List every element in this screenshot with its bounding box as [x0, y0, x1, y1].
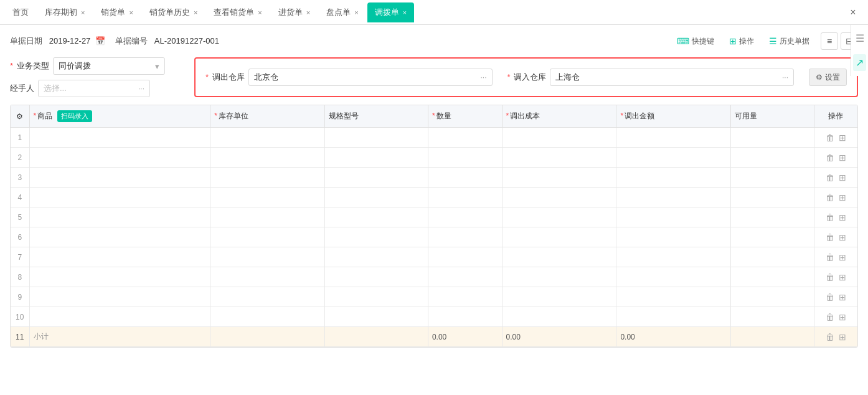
- cell-unit-2[interactable]: [210, 148, 325, 168]
- cell-product-6[interactable]: [29, 227, 210, 247]
- cell-cost-10[interactable]: [502, 307, 616, 327]
- delete-icon-3[interactable]: 🗑: [826, 173, 834, 183]
- cell-product-3[interactable]: [29, 168, 210, 188]
- delete-icon-9[interactable]: 🗑: [826, 292, 834, 302]
- cell-product-2[interactable]: [29, 148, 210, 168]
- copy-icon-9[interactable]: ⊞: [839, 292, 846, 302]
- history-action[interactable]: ☰ 历史单据: [765, 35, 813, 48]
- copy-icon-11[interactable]: ⊞: [839, 332, 846, 342]
- transfer-in-more-icon[interactable]: ···: [782, 73, 788, 82]
- cell-amount-4[interactable]: [616, 188, 731, 207]
- tab-view-sales-close[interactable]: ×: [258, 9, 262, 16]
- tab-transfer-order-close[interactable]: ×: [403, 9, 407, 16]
- tab-purchase-order[interactable]: 进货单 ×: [271, 2, 318, 22]
- cell-spec-1[interactable]: [325, 128, 428, 148]
- delete-icon-2[interactable]: 🗑: [826, 153, 834, 163]
- delete-icon-1[interactable]: 🗑: [826, 133, 834, 143]
- cell-unit-6[interactable]: [210, 227, 325, 247]
- cell-cost-9[interactable]: [502, 287, 616, 307]
- cell-unit-5[interactable]: [210, 207, 325, 227]
- cell-amount-6[interactable]: [616, 227, 731, 247]
- cell-quantity-9[interactable]: [428, 287, 502, 307]
- handler-select[interactable]: 选择... ···: [38, 80, 150, 97]
- layout-list-btn[interactable]: ≡: [821, 32, 838, 50]
- cell-quantity-6[interactable]: [428, 227, 502, 247]
- sidebar-expand-icon[interactable]: ↗: [853, 54, 866, 71]
- cell-quantity-4[interactable]: [428, 188, 502, 207]
- shortcut-action[interactable]: ⌨ 快捷键: [673, 35, 718, 48]
- tab-purchase-order-close[interactable]: ×: [306, 9, 310, 16]
- cell-cost-4[interactable]: [502, 188, 616, 207]
- cell-unit-9[interactable]: [210, 287, 325, 307]
- cell-cost-6[interactable]: [502, 227, 616, 247]
- copy-icon-4[interactable]: ⊞: [839, 193, 846, 202]
- cell-amount-9[interactable]: [616, 287, 731, 307]
- sidebar-list-icon[interactable]: ☰: [853, 30, 867, 47]
- tab-home[interactable]: 首页: [5, 2, 36, 22]
- scan-button[interactable]: 扫码录入: [57, 110, 92, 122]
- cell-spec-8[interactable]: [325, 267, 428, 287]
- cell-spec-9[interactable]: [325, 287, 428, 307]
- copy-icon-7[interactable]: ⊞: [839, 252, 846, 262]
- cell-unit-7[interactable]: [210, 247, 325, 267]
- cell-cost-8[interactable]: [502, 267, 616, 287]
- cell-spec-6[interactable]: [325, 227, 428, 247]
- tab-sales-history-close[interactable]: ×: [194, 9, 197, 16]
- delete-icon-6[interactable]: 🗑: [826, 232, 834, 242]
- cell-unit-4[interactable]: [210, 188, 325, 207]
- operations-action[interactable]: ⊞ 操作: [725, 35, 758, 48]
- delete-icon-10[interactable]: 🗑: [826, 312, 834, 322]
- cell-product-4[interactable]: [29, 188, 210, 207]
- cell-spec-3[interactable]: [325, 168, 428, 188]
- cell-quantity-7[interactable]: [428, 247, 502, 267]
- tab-inventory-init[interactable]: 库存期初 ×: [37, 2, 92, 22]
- tab-transfer-order[interactable]: 调拨单 ×: [367, 2, 414, 22]
- business-type-select[interactable]: 同价调拨 ▾: [53, 57, 165, 75]
- cell-cost-7[interactable]: [502, 247, 616, 267]
- cell-cost-2[interactable]: [502, 148, 616, 168]
- cell-product-10[interactable]: [29, 307, 210, 327]
- cell-amount-1[interactable]: [616, 128, 731, 148]
- cell-cost-1[interactable]: [502, 128, 616, 148]
- calendar-icon[interactable]: 📅: [95, 36, 105, 45]
- cell-quantity-2[interactable]: [428, 148, 502, 168]
- delete-icon-11[interactable]: 🗑: [826, 332, 834, 342]
- copy-icon-2[interactable]: ⊞: [839, 153, 846, 163]
- cell-product-5[interactable]: [29, 207, 210, 227]
- cell-spec-10[interactable]: [325, 307, 428, 327]
- cell-amount-10[interactable]: [616, 307, 731, 327]
- cell-product-7[interactable]: [29, 247, 210, 267]
- transfer-out-more-icon[interactable]: ···: [480, 73, 486, 82]
- cell-unit-3[interactable]: [210, 168, 325, 188]
- cell-amount-8[interactable]: [616, 267, 731, 287]
- copy-icon-10[interactable]: ⊞: [839, 312, 846, 322]
- cell-spec-5[interactable]: [325, 207, 428, 227]
- tab-inventory-check-close[interactable]: ×: [354, 9, 358, 16]
- tab-inventory-init-close[interactable]: ×: [81, 9, 85, 16]
- cell-quantity-1[interactable]: [428, 128, 502, 148]
- cell-unit-1[interactable]: [210, 128, 325, 148]
- cell-spec-4[interactable]: [325, 188, 428, 207]
- copy-icon-5[interactable]: ⊞: [839, 212, 846, 222]
- delete-icon-8[interactable]: 🗑: [826, 272, 834, 282]
- tab-sales-history[interactable]: 销货单历史 ×: [142, 2, 205, 22]
- delete-icon-5[interactable]: 🗑: [826, 212, 834, 222]
- copy-icon-3[interactable]: ⊞: [839, 173, 846, 183]
- transfer-out-select[interactable]: 北京仓 ···: [248, 69, 493, 86]
- cell-cost-3[interactable]: [502, 168, 616, 188]
- cell-quantity-5[interactable]: [428, 207, 502, 227]
- cell-unit-8[interactable]: [210, 267, 325, 287]
- cell-product-9[interactable]: [29, 287, 210, 307]
- tab-view-sales[interactable]: 查看销货单 ×: [206, 2, 269, 22]
- cell-quantity-10[interactable]: [428, 307, 502, 327]
- delete-icon-7[interactable]: 🗑: [826, 252, 834, 262]
- delete-icon-4[interactable]: 🗑: [826, 193, 834, 202]
- cell-spec-7[interactable]: [325, 247, 428, 267]
- table-gear-icon[interactable]: ⚙: [16, 112, 23, 121]
- cell-product-1[interactable]: [29, 128, 210, 148]
- cell-quantity-8[interactable]: [428, 267, 502, 287]
- cell-amount-7[interactable]: [616, 247, 731, 267]
- settings-button[interactable]: ⚙ 设置: [809, 69, 847, 86]
- cell-product-8[interactable]: [29, 267, 210, 287]
- tab-sales-order[interactable]: 销货单 ×: [93, 2, 140, 22]
